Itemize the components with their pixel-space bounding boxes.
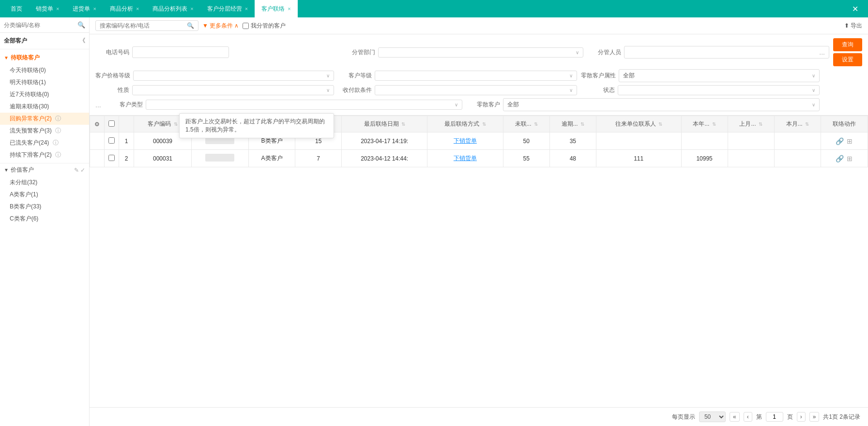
page-suffix: 页 xyxy=(787,413,793,421)
sidebar: 🔍 全部客户 《 ▼ 待联络客户 今天待联络(0) 明天待联络(1) 近7天待联… xyxy=(0,17,90,426)
nav-product-analysis-list[interactable]: 商品分析列表 × xyxy=(146,0,200,17)
person-dots-icon[interactable]: ... xyxy=(819,48,825,56)
row1-last-contact-method: 下销货单 xyxy=(427,132,503,150)
gender-select[interactable]: ∨ xyxy=(132,85,334,95)
person-select[interactable]: ... xyxy=(624,46,829,59)
phone-input[interactable] xyxy=(132,46,229,58)
sort-this-month: ⇅ xyxy=(805,121,809,127)
sidebar-item-today[interactable]: 今天待联络(0) xyxy=(0,64,89,76)
nav-sales-order[interactable]: 销货单 × xyxy=(29,0,66,17)
top-toolbar: 🔍 ▼ 更多条件 ∧ 我分管的客户 ⬆ 导出 xyxy=(90,17,868,34)
filter-row-3: 性质 ∨ 收付款条件 ∨ 状态 xyxy=(95,85,862,95)
sidebar-collapse-button[interactable]: 《 xyxy=(79,37,85,45)
sidebar-search-icon[interactable]: 🔍 xyxy=(77,21,85,29)
settings-button[interactable]: 设置 xyxy=(833,53,862,66)
row1-checkbox xyxy=(105,132,119,150)
tooltip-box: 距客户上次交易时长，超过了此客户的平均交易周期的1.5倍，则视为异常。 xyxy=(179,113,334,138)
retail-attr-select[interactable]: 全部 ∨ xyxy=(619,69,820,82)
query-button[interactable]: 查询 xyxy=(833,38,862,51)
col-last-contact-method[interactable]: 最后联络方式 ⇅ xyxy=(427,116,503,132)
per-page-select[interactable]: 50 100 200 xyxy=(699,411,726,422)
row2-contact-count: 7 xyxy=(295,150,342,167)
page-number-input[interactable] xyxy=(766,412,783,422)
prev-page-button[interactable]: ‹ xyxy=(744,412,752,422)
nav-close-product-analysis-list[interactable]: × xyxy=(190,6,193,12)
row1-grid-icon[interactable]: ⊞ xyxy=(847,137,853,145)
more-dots-icon[interactable]: ... xyxy=(95,101,101,109)
filter-gender: 性质 ∨ xyxy=(95,85,334,95)
window-close-button[interactable]: ✕ xyxy=(846,4,864,14)
export-button[interactable]: ⬆ 导出 xyxy=(844,22,862,30)
row2-customer-code: 000031 xyxy=(134,150,191,167)
nav-close-sales-order[interactable]: × xyxy=(56,6,59,12)
sidebar-search-input[interactable] xyxy=(4,22,77,29)
nav-close-purchase-order[interactable]: × xyxy=(93,6,96,12)
col-no-contact[interactable]: 未联... ⇅ xyxy=(503,116,549,132)
sidebar-item-lost[interactable]: 已流失客户(24) ⓘ xyxy=(0,137,89,149)
more-conditions-button[interactable]: ▼ 更多条件 ∧ xyxy=(202,22,239,30)
payment-select[interactable]: ∨ xyxy=(375,85,577,95)
nav-purchase-order[interactable]: 进货单 × xyxy=(66,0,103,17)
col-settings[interactable]: ⚙ xyxy=(90,116,105,132)
gender-arrow: ∨ xyxy=(326,88,330,93)
sidebar-value-customer-header[interactable]: ▼ 价值客户 ✎ ✓ xyxy=(0,163,89,176)
sidebar-item-overdue[interactable]: 逾期未联络(30) xyxy=(0,101,89,113)
select-all-checkbox[interactable] xyxy=(108,120,115,127)
row2-no-contact: 55 xyxy=(503,150,549,167)
total-info: 共1页 2条记录 xyxy=(823,413,860,421)
sidebar-header: 全部客户 《 xyxy=(0,33,89,49)
value-customer-edit-icon[interactable]: ✎ ✓ xyxy=(74,167,85,174)
col-overdue[interactable]: 逾期... ⇅ xyxy=(549,116,596,132)
sidebar-group-pending[interactable]: ▼ 待联络客户 xyxy=(0,51,89,64)
col-last-contact-date[interactable]: 最后联络日期 ⇅ xyxy=(342,116,427,132)
nav-home[interactable]: 首页 xyxy=(4,0,29,17)
sidebar-item-lost-warning[interactable]: 流失预警客户(3) ⓘ xyxy=(0,125,89,137)
customer-type-select[interactable]: ∨ xyxy=(146,100,462,110)
col-this-month[interactable]: 本月... ⇅ xyxy=(774,116,821,132)
row1-link-icon[interactable]: 🔗 xyxy=(836,137,844,145)
nav-product-analysis[interactable]: 商品分析 × xyxy=(103,0,146,17)
next-page-button[interactable]: › xyxy=(797,412,806,422)
row2-grid-icon[interactable]: ⊞ xyxy=(847,155,853,162)
row1-last-contact-date: 2023-04-17 14:19: xyxy=(342,132,427,150)
customer-type-arrow: ∨ xyxy=(455,102,458,107)
col-this-year[interactable]: 本年... ⇅ xyxy=(681,116,728,132)
filter-person: 分管人员 ... xyxy=(587,46,829,59)
status-select[interactable]: ∨ xyxy=(618,85,820,95)
dept-select[interactable]: ∨ xyxy=(378,47,583,58)
sidebar-item-declining[interactable]: 持续下滑客户(2) ⓘ xyxy=(0,149,89,161)
last-page-button[interactable]: » xyxy=(809,412,820,422)
col-last-month[interactable]: 上月... ⇅ xyxy=(728,116,774,132)
sort-overdue: ⇅ xyxy=(580,121,584,127)
row2-select-checkbox[interactable] xyxy=(108,155,115,161)
customer-level-select[interactable]: ∨ xyxy=(375,71,577,81)
sidebar-item-b-class[interactable]: B类客户(33) xyxy=(0,201,89,213)
sidebar-item-unclassified[interactable]: 未分组(32) xyxy=(0,176,89,189)
sidebar-item-abnormal-repurchase[interactable]: 回购异常客户(2) ⓘ xyxy=(0,113,89,125)
col-unit-contacts[interactable]: 往来单位联系人 ⇅ xyxy=(596,116,681,132)
row1-unit-contacts xyxy=(596,132,681,150)
filter-dept: 分管部门 ∨ xyxy=(341,47,583,58)
row1-overdue: 35 xyxy=(549,132,596,150)
my-customers-checkbox[interactable] xyxy=(243,23,249,29)
nav-customer-tier[interactable]: 客户分层经营 × xyxy=(200,0,255,17)
nav-close-product-analysis[interactable]: × xyxy=(136,6,139,12)
main-layout: 🔍 全部客户 《 ▼ 待联络客户 今天待联络(0) 明天待联络(1) 近7天待联… xyxy=(0,17,868,426)
row1-select-checkbox[interactable] xyxy=(108,137,115,144)
sidebar-item-7days[interactable]: 近7天待联络(0) xyxy=(0,88,89,101)
search-input[interactable] xyxy=(100,22,187,29)
price-level-select[interactable]: ∨ xyxy=(133,71,334,81)
sidebar-item-c-class[interactable]: C类客户(6) xyxy=(0,213,89,225)
nav-close-customer-contact[interactable]: × xyxy=(288,6,290,12)
per-page-label: 每页显示 xyxy=(672,413,695,421)
nav-close-customer-tier[interactable]: × xyxy=(245,6,248,12)
my-customers-checkbox-group: 我分管的客户 xyxy=(243,22,286,30)
content-area: 距客户上次交易时长，超过了此客户的平均交易周期的1.5倍，则视为异常。 🔍 ▼ … xyxy=(90,17,868,426)
row2-link-icon[interactable]: 🔗 xyxy=(836,155,844,162)
first-page-button[interactable]: « xyxy=(730,412,740,422)
search-button[interactable]: 🔍 xyxy=(187,22,194,29)
retail-customer-select[interactable]: 全部 ∨ xyxy=(503,98,820,111)
sidebar-item-a-class[interactable]: A类客户(1) xyxy=(0,189,89,201)
nav-customer-contact[interactable]: 客户联络 × xyxy=(255,0,297,17)
sidebar-item-tomorrow[interactable]: 明天待联络(1) xyxy=(0,76,89,88)
